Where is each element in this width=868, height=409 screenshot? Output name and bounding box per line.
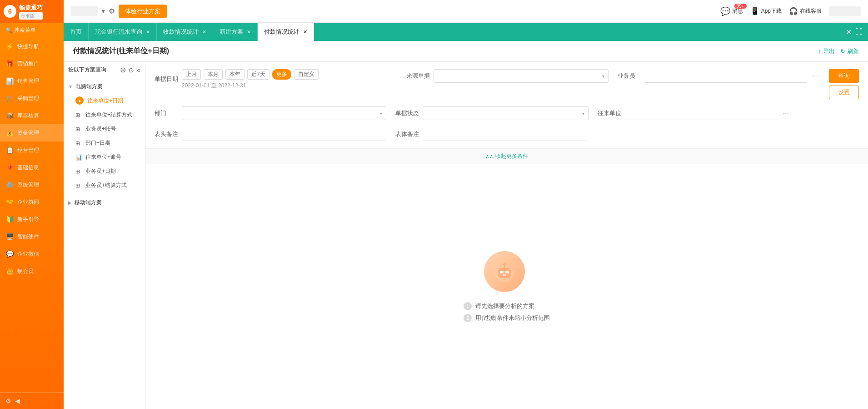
- bodynote-input[interactable]: [423, 127, 589, 141]
- messages-btn[interactable]: 💬 消息 99+: [720, 6, 743, 16]
- refresh-btn[interactable]: ↻ 刷新: [840, 47, 859, 56]
- sidebar-item-marketing[interactable]: 🎁 营销推广: [0, 55, 64, 72]
- base-info-icon: 📌: [5, 163, 14, 172]
- filter-form: 单据日期 上月 本月 本年 近7天 更多 自定义: [145, 62, 868, 148]
- date-btn-last-month[interactable]: 上月: [182, 69, 201, 80]
- svg-rect-3: [505, 271, 509, 273]
- scheme-desktop-header[interactable]: ▼ 电脑端方案: [64, 80, 145, 93]
- empty-hint-1-text: 请先选择要分析的方案: [475, 302, 534, 310]
- sidebar-search[interactable]: 🔍 搜索菜单: [0, 23, 64, 38]
- sidebar-item-shortcut-nav[interactable]: ⚡ 快捷导航: [0, 38, 64, 55]
- sidebar-item-purchase[interactable]: 🛒 采购管理: [0, 90, 64, 107]
- settings-btn[interactable]: 设置: [829, 86, 859, 99]
- source-select[interactable]: ▾: [434, 69, 609, 83]
- sidebar-item-label: 企业协同: [17, 198, 39, 206]
- tab-receipt-stats[interactable]: 收款情况统计 ✕: [157, 23, 213, 41]
- settings-footer-icon[interactable]: ⚙: [5, 397, 11, 404]
- headernote-input[interactable]: [182, 127, 386, 141]
- app-download-btn[interactable]: 📱 App下载: [750, 7, 782, 15]
- sidebar-search-label: 搜索菜单: [14, 26, 36, 34]
- tab-receipt-stats-close[interactable]: ✕: [202, 29, 206, 35]
- scheme-item-dept-date[interactable]: ⊞ 部门+日期: [64, 136, 145, 150]
- online-service-btn[interactable]: 🎧 在线客服: [789, 7, 822, 15]
- partner-dots-icon[interactable]: ···: [781, 109, 791, 117]
- shortcut-nav-icon: ⚡: [5, 42, 14, 50]
- partner-input[interactable]: [625, 106, 778, 120]
- date-btn-this-year[interactable]: 本年: [225, 69, 244, 80]
- scheme-collapse-btn[interactable]: «: [137, 66, 140, 74]
- close-tab-icon[interactable]: ✕: [846, 28, 852, 36]
- trial-btn[interactable]: 体验行业方案: [119, 5, 167, 18]
- sidebar-item-system[interactable]: ⚙️ 系统管理: [0, 176, 64, 193]
- search-icon: 🔍: [5, 27, 12, 34]
- export-btn[interactable]: ↑ 导出: [818, 47, 835, 56]
- sidebar-item-member[interactable]: 👑 畅会员: [0, 263, 64, 280]
- scheme-mobile-header[interactable]: ▶ 移动端方案: [64, 196, 145, 209]
- filter-row-2: 部门 ▾ 单据状态 ▾: [155, 106, 859, 120]
- sidebar-item-label: 新手引导: [17, 216, 39, 223]
- sidebar-item-guide[interactable]: 🔰 新手引导: [0, 211, 64, 228]
- scheme-add-btn[interactable]: ⊕: [120, 66, 126, 74]
- topbar-user-area[interactable]: [829, 6, 861, 16]
- sidebar-item-inventory[interactable]: 📦 库存核算: [0, 107, 64, 124]
- collapse-sidebar-icon[interactable]: ◀: [15, 397, 20, 404]
- sidebar-item-sales[interactable]: 📊 销售管理: [0, 72, 64, 90]
- scheme-item-partner-account[interactable]: 📊 往来单位+账号: [64, 150, 145, 164]
- date-range-input[interactable]: [182, 82, 397, 89]
- topbar-settings-icon[interactable]: ⚙: [109, 7, 115, 15]
- scheme-table-icon4: ⊞: [75, 168, 82, 175]
- marketing-icon: 🎁: [5, 60, 14, 68]
- topbar-user-avatar: [71, 6, 98, 16]
- empty-robot-icon: [484, 251, 525, 292]
- dept-label: 部门: [155, 109, 178, 117]
- tab-bank-flow[interactable]: 现金银行流水查询 ✕: [89, 23, 157, 41]
- scheme-item-partner-date[interactable]: ● 往来单位+日期: [64, 93, 145, 108]
- query-btn[interactable]: 查询: [829, 69, 859, 83]
- sidebar-item-enterprise[interactable]: 🤝 企业协同: [0, 193, 64, 211]
- scheme-item-partner-settle[interactable]: ⊞ 往来单位+结算方式: [64, 108, 145, 122]
- expand-tab-icon[interactable]: ⛶: [855, 28, 863, 36]
- scheme-item-staff-settle[interactable]: ⊞ 业务员+结算方式: [64, 178, 145, 192]
- bodynote-label: 表体备注: [395, 130, 419, 138]
- scheme-set-btn[interactable]: ⊙: [129, 66, 134, 74]
- date-btn-this-month[interactable]: 本月: [204, 69, 223, 80]
- date-btn-custom[interactable]: 自定义: [294, 69, 319, 80]
- filter-date-btns: 上月 本月 本年 近7天 更多 自定义: [182, 69, 397, 80]
- tabbar-actions: ✕ ⛶: [840, 23, 868, 41]
- sidebar-item-base-info[interactable]: 📌 基础信息: [0, 159, 64, 176]
- sidebar-item-hardware[interactable]: 🖥️ 智能硬件: [0, 228, 64, 245]
- tab-home[interactable]: 首页: [64, 23, 89, 41]
- empty-hint-1: 1 请先选择要分析的方案: [464, 302, 549, 310]
- sidebar-item-wechat[interactable]: 💬 企业微信: [0, 245, 64, 263]
- refresh-label: 刷新: [847, 47, 859, 56]
- scheme-item-staff-account[interactable]: ⊞ 业务员+账号: [64, 122, 145, 136]
- tab-new-scheme-close[interactable]: ✕: [247, 29, 251, 35]
- topbar-dropdown-icon[interactable]: ▾: [102, 8, 105, 15]
- collapse-label: 收起更多条件: [495, 152, 528, 160]
- scheme-toolbar-label: 按以下方案查询: [68, 66, 106, 74]
- sidebar-item-operations[interactable]: 📋 经营管理: [0, 141, 64, 159]
- dept-select[interactable]: ▾: [182, 106, 386, 120]
- filter-bodynote-field: 表体备注: [395, 127, 589, 141]
- scheme-toolbar-btns: ⊕ ⊙ «: [120, 66, 140, 74]
- tab-bank-flow-label: 现金银行流水查询: [95, 28, 142, 36]
- scheme-item-label: 业务员+结算方式: [85, 182, 127, 189]
- date-btn-7days[interactable]: 近7天: [247, 69, 269, 80]
- sidebar-item-capital[interactable]: 💰 资金管理: [0, 124, 64, 141]
- date-btn-more[interactable]: 更多: [272, 69, 291, 80]
- sidebar-header: 6 畅捷通巧 标准版: [0, 0, 64, 23]
- docstatus-select[interactable]: ▾: [423, 106, 589, 120]
- sidebar-item-label: 基础信息: [17, 164, 39, 172]
- topbar: ▾ ⚙ 体验行业方案 💬 消息 99+ 📱 App下载 🎧 在线客服: [64, 0, 868, 23]
- tab-new-scheme[interactable]: 新建方案 ✕: [213, 23, 258, 41]
- tab-bank-flow-close[interactable]: ✕: [146, 29, 150, 35]
- tab-payment-stats-close[interactable]: ✕: [303, 29, 307, 35]
- staff-input[interactable]: [645, 69, 807, 83]
- collapse-bar[interactable]: ∧∧ 收起更多条件: [145, 148, 868, 164]
- scheme-item-staff-date[interactable]: ⊞ 业务员+日期: [64, 164, 145, 178]
- empty-num-2: 2: [464, 314, 472, 322]
- filter-row-3: 表头备注 表体备注: [155, 127, 859, 141]
- staff-dots-icon[interactable]: ···: [810, 72, 820, 80]
- tab-payment-stats[interactable]: 付款情况统计 ✕: [258, 23, 314, 41]
- scheme-toolbar: 按以下方案查询 ⊕ ⊙ «: [64, 62, 145, 78]
